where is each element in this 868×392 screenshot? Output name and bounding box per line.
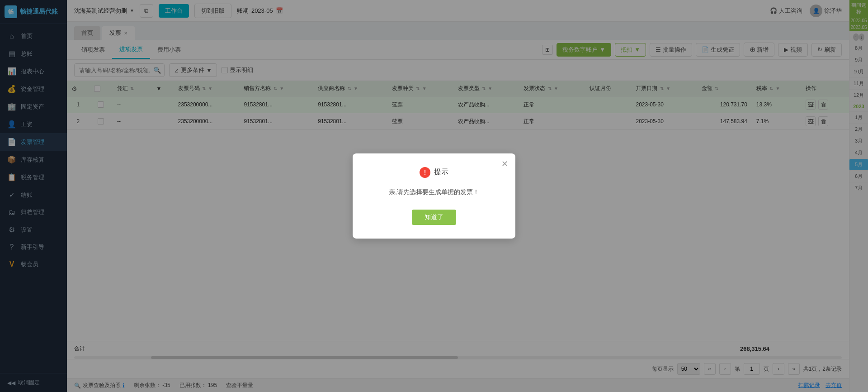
modal-message: 亲,请先选择要生成单据的发票！ — [371, 187, 497, 197]
modal-title: 提示 — [434, 167, 448, 177]
modal-warning-icon: ! — [420, 167, 430, 178]
modal-close-btn[interactable]: ✕ — [501, 159, 508, 169]
modal-box: ✕ ! 提示 亲,请先选择要生成单据的发票！ 知道了 — [353, 153, 515, 239]
modal-overlay: ✕ ! 提示 亲,请先选择要生成单据的发票！ 知道了 — [0, 0, 868, 392]
modal-header: ! 提示 — [371, 167, 497, 178]
modal-confirm-btn[interactable]: 知道了 — [412, 210, 456, 225]
